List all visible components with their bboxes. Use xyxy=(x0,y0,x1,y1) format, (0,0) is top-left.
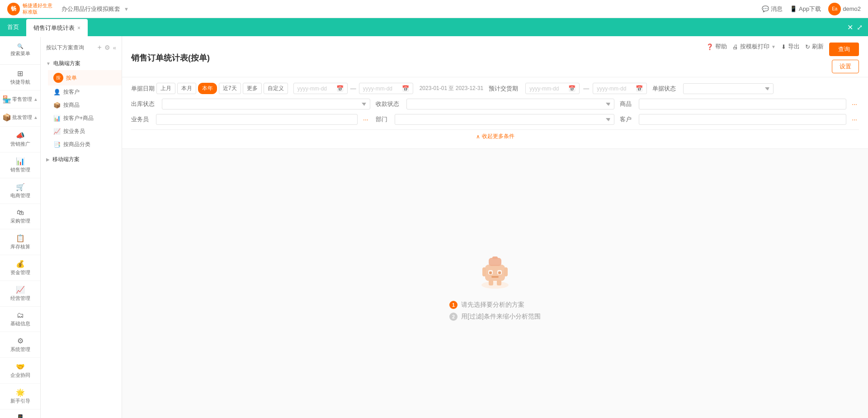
calendar-icon-start: 📅 xyxy=(336,85,344,92)
sidebar-item-system[interactable]: ⚙系统管理 xyxy=(0,332,40,358)
date-btn-thismonth[interactable]: 本月 xyxy=(177,83,196,94)
tree-mobile-section[interactable]: ▶ 移动端方案 xyxy=(41,153,122,166)
dept-select[interactable] xyxy=(395,114,615,125)
msg-button[interactable]: 💬 消息 xyxy=(762,5,783,13)
pay-status-select[interactable] xyxy=(406,99,615,109)
tree-item-by-product-label: 按商品 xyxy=(63,101,80,109)
tab-home[interactable]: 首页 xyxy=(0,18,26,36)
dropdown-icon[interactable]: ▼ xyxy=(124,6,129,12)
dept-label: 部门 xyxy=(376,115,387,124)
empty-tips: 1 请先选择要分析的方案 2 用[过滤]条件来缩小分析范围 xyxy=(449,301,541,321)
expected-date-start-input[interactable]: yyyy-mm-dd 📅 xyxy=(525,83,580,94)
date-btn-thisyear[interactable]: 本年 xyxy=(198,83,217,94)
expected-start-placeholder: yyyy-mm-dd xyxy=(529,86,559,92)
tree-item-by-order[interactable]: 按 按单 xyxy=(48,70,122,86)
date-btn-custom[interactable]: 自定义 xyxy=(264,83,288,94)
window-expand-icon[interactable]: ⤢ xyxy=(857,23,863,32)
app-icon: 📱 xyxy=(790,5,797,12)
tree-item-by-cust-prod[interactable]: 📊 按客户+商品 xyxy=(48,112,122,125)
left-panel-header: 按以下方案查询 + ⚙ « xyxy=(41,40,122,55)
retail-label: 零售管理 xyxy=(12,96,32,103)
tree-desktop-section[interactable]: ▼ 电脑端方案 xyxy=(41,57,122,70)
sidebar-item-marketing[interactable]: 📣营销推广 xyxy=(0,127,40,152)
export-label: 导出 xyxy=(788,43,800,51)
refresh-icon: ↻ xyxy=(805,43,810,50)
tab-active-label: 销售订单统计表 xyxy=(33,24,75,32)
query-button[interactable]: 查询 xyxy=(829,43,859,56)
sidebar-item-appstore[interactable]: 📱应用中心 xyxy=(0,409,40,418)
help-button[interactable]: ❓ 帮助 xyxy=(706,43,727,51)
refresh-button[interactable]: ↻ 刷新 xyxy=(805,43,824,51)
ship-status-select[interactable] xyxy=(162,99,370,109)
window-close-icon[interactable]: ✕ xyxy=(847,23,853,32)
date-start-placeholder: yyyy-mm-dd xyxy=(297,86,327,92)
export-button[interactable]: ⬇ 导出 xyxy=(781,43,800,51)
sidebar-item-finance[interactable]: 💰资金管理 xyxy=(0,255,40,281)
collapse-button[interactable]: ∧ 收起更多条件 xyxy=(131,129,859,143)
avatar: Ea xyxy=(828,3,841,15)
customer-more-icon[interactable]: ··· xyxy=(850,116,859,123)
tree-item-by-customer-label: 按客户 xyxy=(63,88,80,96)
date-btn-7days[interactable]: 近7天 xyxy=(219,83,241,94)
system-icon: ⚙ xyxy=(17,337,24,345)
tree-item-by-customer[interactable]: 👤 按客户 xyxy=(48,86,122,99)
marketing-icon: 📣 xyxy=(16,131,25,140)
tip-text-2: 用[过滤]条件来缩小分析范围 xyxy=(461,313,541,321)
add-scheme-icon[interactable]: + xyxy=(97,43,101,52)
logo-text: 畅捷通好生意 标准版 xyxy=(23,3,52,14)
staff-input[interactable] xyxy=(156,114,358,125)
sidebar-item-retail[interactable]: 🏪零售管理▲ xyxy=(0,90,40,109)
sidebar-item-newbie[interactable]: 🌟新手引导 xyxy=(0,384,40,409)
customer-input[interactable] xyxy=(639,114,846,125)
date-dash: — xyxy=(350,85,356,92)
sidebar-item-ecom[interactable]: 🛒电商管理 xyxy=(0,178,40,204)
sidebar-item-biz[interactable]: 📈经营管理 xyxy=(0,281,40,307)
sidebar-nav: ⊞快捷导航🏪零售管理▲📦批发管理▲📣营销推广📊销售管理🛒电商管理🛍采购管理📋库存… xyxy=(0,65,40,418)
cust-prod-icon: 📊 xyxy=(53,115,61,122)
help-icon: ❓ xyxy=(706,43,713,50)
goods-more-icon[interactable]: ··· xyxy=(850,100,859,108)
date-end-placeholder: yyyy-mm-dd xyxy=(363,86,392,92)
sidebar-item-search[interactable]: 🔍 搜索菜单 xyxy=(0,40,40,61)
print-label: 按模板打印 xyxy=(740,43,769,51)
settings-scheme-icon[interactable]: ⚙ xyxy=(104,44,110,51)
status-filter-item: 单据状态 ▼ xyxy=(652,83,774,94)
collapse-panel-icon[interactable]: « xyxy=(113,44,116,51)
svg-rect-10 xyxy=(504,267,508,276)
tree-item-by-category[interactable]: 📑 按商品分类 xyxy=(48,138,122,151)
tree-item-by-product[interactable]: 📦 按商品 xyxy=(48,99,122,112)
sidebar-item-purchase[interactable]: 🛍采购管理 xyxy=(0,204,40,229)
main-content: 销售订单统计表(按单) ❓ 帮助 🖨 按模板打印 ▼ ⬇ xyxy=(122,36,868,418)
inventory-label: 库存核算 xyxy=(10,243,30,250)
sidebar-item-sales[interactable]: 📊销售管理 xyxy=(0,152,40,178)
sidebar: 🔍 搜索菜单 ⊞快捷导航🏪零售管理▲📦批发管理▲📣营销推广📊销售管理🛒电商管理🛍… xyxy=(0,36,41,418)
filter-row-1: 单据日期 上月 本月 本年 近7天 更多 自定义 yyyy-mm-dd xyxy=(131,83,859,94)
goods-input[interactable] xyxy=(639,99,846,109)
date-btn-more[interactable]: 更多 xyxy=(243,83,262,94)
status-select[interactable] xyxy=(683,83,774,94)
sidebar-item-basic[interactable]: 🗂基础信息 xyxy=(0,307,40,332)
tree-item-by-order-label: 按单 xyxy=(66,74,77,82)
tree-item-by-staff[interactable]: 📈 按业务员 xyxy=(48,125,122,138)
goods-item: 商品 ··· xyxy=(620,99,859,109)
quick-nav-icon: ⊞ xyxy=(17,69,23,78)
user-area[interactable]: Ea demo2 xyxy=(828,3,861,15)
wholesale-icon: 📦 xyxy=(2,113,11,122)
calendar-icon-end: 📅 xyxy=(402,85,409,92)
staff-more-icon[interactable]: ··· xyxy=(361,116,370,123)
sidebar-item-wholesale[interactable]: 📦批发管理▲ xyxy=(0,109,40,127)
sidebar-item-corp[interactable]: 🤝企业协同 xyxy=(0,358,40,384)
date-btn-lastmonth[interactable]: 上月 xyxy=(156,83,175,94)
print-button[interactable]: 🖨 按模板打印 ▼ xyxy=(732,43,776,51)
settings-button[interactable]: 设置 xyxy=(832,60,859,73)
date-end-input[interactable]: yyyy-mm-dd 📅 xyxy=(359,83,413,94)
expected-date-end-input[interactable]: yyyy-mm-dd 📅 xyxy=(593,83,647,94)
app-title: 办公用品行业模拟账套 xyxy=(61,5,120,13)
tab-close-icon[interactable]: × xyxy=(77,25,80,31)
empty-tip-2: 2 用[过滤]条件来缩小分析范围 xyxy=(449,313,541,321)
app-download-button[interactable]: 📱 App下载 xyxy=(790,5,821,13)
tab-sales-stat[interactable]: 销售订单统计表 × xyxy=(26,19,88,37)
sidebar-item-quick-nav[interactable]: ⊞快捷导航 xyxy=(0,65,40,90)
sidebar-item-inventory[interactable]: 📋库存核算 xyxy=(0,229,40,255)
date-start-input[interactable]: yyyy-mm-dd 📅 xyxy=(293,83,348,94)
